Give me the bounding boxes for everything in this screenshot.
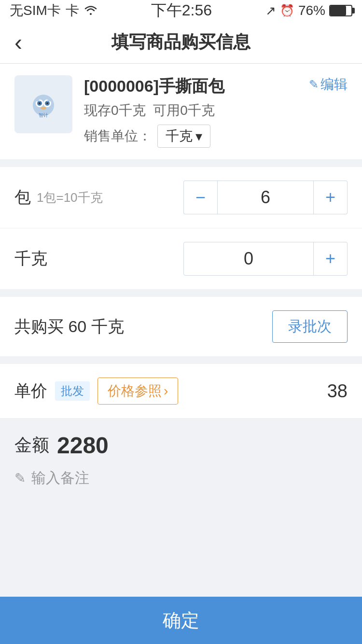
unit-select[interactable]: 千克 ▾ bbox=[157, 125, 210, 148]
batch-button[interactable]: 录批次 bbox=[272, 310, 348, 343]
svg-text:智计: 智计 bbox=[39, 112, 48, 118]
product-unit-row: 销售单位： 千克 ▾ bbox=[84, 125, 297, 148]
kg-quantity-control: + bbox=[183, 242, 348, 276]
kg-quantity-input[interactable] bbox=[183, 242, 314, 276]
kg-label: 千克 bbox=[14, 248, 183, 270]
edit-button[interactable]: ✎ 编辑 bbox=[309, 75, 348, 94]
status-time: 下午2:56 bbox=[151, 0, 212, 21]
price-reference-button[interactable]: 价格参照 › bbox=[97, 378, 178, 405]
pack-quantity-row: 包 1包=10千克 − + bbox=[0, 167, 362, 228]
pack-increment-button[interactable]: + bbox=[314, 181, 348, 214]
edit-icon: ✎ bbox=[309, 78, 319, 91]
status-right: ↗ ⏰ 76% bbox=[265, 3, 352, 18]
status-left: 无SIM卡 卡 bbox=[10, 1, 97, 20]
pack-decrement-button[interactable]: − bbox=[183, 181, 217, 214]
pencil-icon: ✎ bbox=[14, 470, 26, 486]
kg-quantity-row: 千克 + bbox=[0, 228, 362, 289]
product-card: 智计 [0000006]手撕面包 现存0千克 可用0千克 销售单位： 千克 ▾ … bbox=[0, 64, 362, 159]
amount-row: 金额 2280 bbox=[14, 432, 348, 459]
remark-placeholder: 输入备注 bbox=[31, 468, 89, 488]
remark-row[interactable]: ✎ 输入备注 bbox=[14, 468, 348, 488]
price-value: 38 bbox=[327, 381, 348, 402]
price-section: 单价 批发 价格参照 › 38 bbox=[0, 364, 362, 419]
summary-text: 共购买 60 千克 bbox=[14, 316, 124, 338]
pack-quantity-control: − + bbox=[183, 181, 348, 214]
chevron-right-icon: › bbox=[164, 383, 168, 399]
confirm-button[interactable]: 确定 bbox=[0, 597, 362, 644]
alarm-icon: ⏰ bbox=[280, 4, 294, 17]
kg-increment-button[interactable]: + bbox=[314, 242, 348, 276]
price-row: 单价 批发 价格参照 › 38 bbox=[0, 364, 362, 419]
battery-icon bbox=[329, 5, 352, 16]
gps-icon: ↗ bbox=[265, 3, 276, 18]
pack-quantity-input[interactable] bbox=[217, 181, 314, 214]
amount-label: 金额 bbox=[14, 434, 49, 457]
product-image: 智计 bbox=[14, 75, 72, 133]
product-name: [0000006]手撕面包 bbox=[84, 75, 297, 98]
wifi-icon bbox=[84, 3, 97, 18]
product-stock: 现存0千克 可用0千克 bbox=[84, 101, 297, 120]
carrier-label: 无SIM卡 bbox=[10, 1, 61, 20]
svg-point-7 bbox=[41, 107, 46, 110]
product-info: [0000006]手撕面包 现存0千克 可用0千克 销售单位： 千克 ▾ bbox=[84, 75, 297, 148]
amount-section: 金额 2280 ✎ 输入备注 bbox=[0, 419, 362, 498]
pack-sublabel: 1包=10千克 bbox=[37, 189, 103, 206]
nav-bar: ‹ 填写商品购买信息 bbox=[0, 21, 362, 64]
amount-value: 2280 bbox=[57, 432, 109, 459]
pack-label: 包 1包=10千克 bbox=[14, 186, 183, 209]
price-label: 单价 批发 价格参照 › bbox=[14, 378, 178, 405]
chevron-down-icon: ▾ bbox=[195, 128, 202, 144]
status-bar: 无SIM卡 卡 下午2:56 ↗ ⏰ 76% bbox=[0, 0, 362, 21]
back-button[interactable]: ‹ bbox=[14, 24, 32, 60]
product-logo: 智计 bbox=[29, 90, 58, 119]
product-card-right: ✎ 编辑 bbox=[309, 75, 348, 94]
summary-section: 共购买 60 千克 录批次 bbox=[0, 297, 362, 356]
quantity-section: 包 1包=10千克 − + 千克 + bbox=[0, 167, 362, 289]
battery-percent: 76% bbox=[298, 3, 325, 18]
svg-point-5 bbox=[39, 102, 41, 104]
price-badge: 批发 bbox=[55, 381, 90, 401]
confirm-button-label: 确定 bbox=[163, 608, 199, 633]
sim-label: 卡 bbox=[66, 1, 79, 20]
svg-point-6 bbox=[46, 102, 48, 104]
page-title: 填写商品购买信息 bbox=[111, 30, 251, 54]
